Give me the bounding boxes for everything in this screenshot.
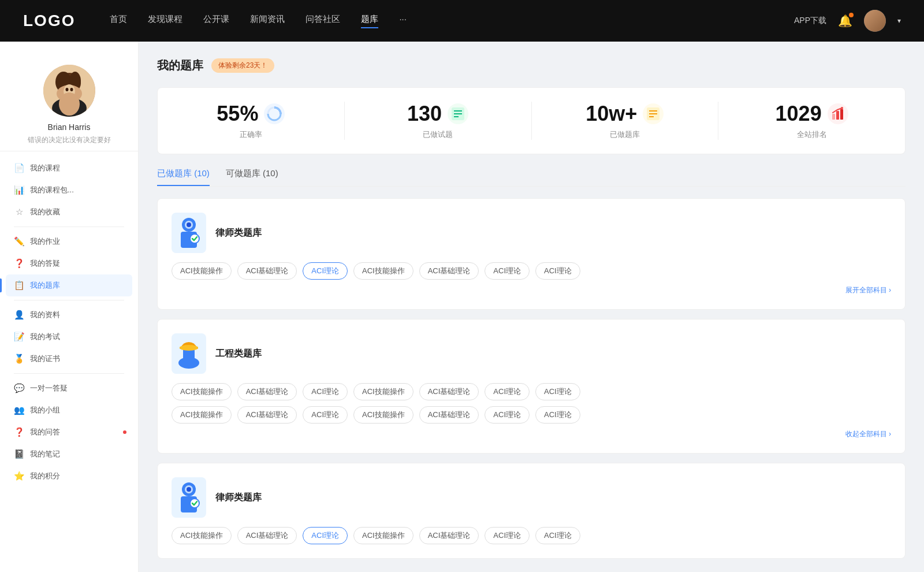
package-icon: 📊: [14, 185, 24, 195]
tag-5-bank1[interactable]: ACI理论: [485, 262, 530, 280]
tag-2-bank3[interactable]: ACI理论: [303, 527, 348, 544]
eng-tag-2[interactable]: ACI理论: [303, 383, 348, 400]
tag-5-bank3[interactable]: ACI理论: [485, 527, 530, 544]
navbar-links: 首页 发现课程 公开课 新闻资讯 问答社区 题库 ···: [110, 14, 771, 28]
eng-tag-5[interactable]: ACI理论: [485, 383, 530, 400]
tag-4-bank3[interactable]: ACI基础理论: [419, 527, 479, 544]
menu-my-profile[interactable]: 👤 我的资料: [6, 304, 132, 326]
tag-3-bank3[interactable]: ACI技能操作: [353, 527, 413, 544]
tag-3-bank1[interactable]: ACI技能操作: [353, 262, 413, 280]
tag-4-bank1[interactable]: ACI基础理论: [419, 262, 479, 280]
favorites-icon: ☆: [14, 207, 24, 217]
stat-accuracy-top: 55%: [217, 102, 285, 126]
nav-discover[interactable]: 发现课程: [148, 14, 182, 28]
tag-1-bank1[interactable]: ACI基础理论: [237, 262, 297, 280]
lawyer-svg: [175, 217, 203, 249]
avatar[interactable]: [864, 10, 886, 32]
eng-tag2-0[interactable]: ACI技能操作: [172, 406, 232, 424]
menu-label-my-package: 我的课程包...: [30, 185, 74, 195]
qa-icon: ❓: [14, 258, 24, 269]
rank-icon: [828, 103, 848, 124]
app-download-btn[interactable]: APP下载: [794, 16, 826, 26]
menu-my-course[interactable]: 📄 我的课程: [6, 157, 132, 179]
tabs-row: 已做题库 (10) 可做题库 (10): [157, 168, 906, 187]
eng-tag-3[interactable]: ACI技能操作: [353, 383, 413, 400]
menu-label-cert: 我的证书: [30, 354, 60, 364]
bank-card-lawyer-1: 律师类题库 ACI技能操作 ACI基础理论 ACI理论 ACI技能操作 ACI基…: [157, 198, 906, 310]
menu-my-package[interactable]: 📊 我的课程包...: [6, 179, 132, 201]
eng-tag-4[interactable]: ACI基础理论: [419, 383, 479, 400]
eng-tag-0[interactable]: ACI技能操作: [172, 383, 232, 400]
nav-more[interactable]: ···: [399, 14, 407, 28]
stat-banks-value: 10w+: [586, 102, 637, 126]
bank-card-engineer: 工程类题库 ACI技能操作 ACI基础理论 ACI理论 ACI技能操作 ACI基…: [157, 319, 906, 454]
menu-my-exam[interactable]: 📝 我的考试: [6, 326, 132, 348]
bank-card-header-2: 工程类题库: [172, 333, 891, 374]
notification-bell[interactable]: 🔔: [838, 14, 852, 28]
eng-tag2-6[interactable]: ACI理论: [535, 406, 580, 424]
eng-tag-6[interactable]: ACI理论: [535, 383, 580, 400]
menu-label-profile: 我的资料: [30, 310, 60, 320]
tab-available[interactable]: 可做题库 (10): [226, 168, 278, 186]
stat-done-label: 已做试题: [423, 129, 453, 140]
pie-chart-icon: [267, 106, 282, 121]
menu-label-qa: 我的答疑: [30, 258, 60, 269]
tag-0-bank1[interactable]: ACI技能操作: [172, 262, 232, 280]
nav-news[interactable]: 新闻资讯: [250, 14, 285, 28]
menu-my-qa[interactable]: ❓ 我的答疑: [6, 252, 132, 274]
lawyer-svg-2: [175, 481, 203, 514]
eng-tag2-3[interactable]: ACI技能操作: [353, 406, 413, 424]
tag-6-bank3[interactable]: ACI理论: [535, 527, 580, 544]
accuracy-icon: [264, 103, 285, 124]
menu-label-one-on-one: 一对一答疑: [30, 383, 68, 393]
avatar-svg: [43, 65, 95, 117]
menu-label-notes: 我的笔记: [30, 449, 60, 459]
menu-my-favorites[interactable]: ☆ 我的收藏: [6, 201, 132, 223]
menu-my-points[interactable]: ⭐ 我的积分: [6, 465, 132, 487]
stat-done-questions: 130 已做试题: [345, 102, 532, 140]
cert-icon: 🏅: [14, 354, 24, 364]
eng-tag2-5[interactable]: ACI理论: [485, 406, 530, 424]
sidebar-menu: 📄 我的课程 📊 我的课程包... ☆ 我的收藏 ✏️ 我的作业 ❓ 我的答疑 …: [0, 157, 138, 487]
stats-row: 55% 正确率 130: [157, 87, 906, 154]
tab-done[interactable]: 已做题库 (10): [157, 168, 210, 186]
expand-link-engineer[interactable]: 收起全部科目 ›: [172, 429, 891, 439]
stat-accuracy: 55% 正确率: [158, 102, 345, 140]
navbar-right: APP下载 🔔 ▾: [794, 10, 901, 32]
bar-chart-icon: [830, 106, 846, 122]
tag-6-bank1[interactable]: ACI理论: [535, 262, 580, 280]
nav-home[interactable]: 首页: [110, 14, 127, 28]
menu-my-homework[interactable]: ✏️ 我的作业: [6, 231, 132, 252]
stat-rank-top: 1029: [776, 102, 848, 126]
profile-icon: 👤: [14, 310, 24, 320]
menu-my-notes[interactable]: 📓 我的笔记: [6, 443, 132, 465]
tag-2-bank1[interactable]: ACI理论: [303, 262, 348, 280]
tag-1-bank3[interactable]: ACI基础理论: [237, 527, 297, 544]
stat-banks-top: 10w+: [586, 102, 664, 126]
eng-tag-1[interactable]: ACI基础理论: [237, 383, 297, 400]
tags-row-engineer-1: ACI技能操作 ACI基础理论 ACI理论 ACI技能操作 ACI基础理论 AC…: [172, 383, 891, 400]
user-dropdown-arrow[interactable]: ▾: [897, 17, 901, 25]
nav-open-course[interactable]: 公开课: [203, 14, 229, 28]
homework-icon: ✏️: [14, 236, 24, 247]
eng-tag2-2[interactable]: ACI理论: [303, 406, 348, 424]
eng-tag2-1[interactable]: ACI基础理论: [237, 406, 297, 424]
menu-my-bank[interactable]: 📋 我的题库: [6, 274, 132, 296]
done-questions-icon: [448, 103, 468, 124]
menu-one-on-one[interactable]: 💬 一对一答疑: [6, 377, 132, 399]
menu-my-questions[interactable]: ❓ 我的问答: [6, 421, 132, 443]
sidebar-divider-1: [14, 226, 124, 227]
stat-banks-label: 已做题库: [610, 129, 640, 140]
bank-title-engineer: 工程类题库: [215, 348, 262, 360]
svg-point-7: [65, 88, 68, 91]
eng-tag2-4[interactable]: ACI基础理论: [419, 406, 479, 424]
nav-bank[interactable]: 题库: [361, 14, 378, 28]
nav-qa[interactable]: 问答社区: [305, 14, 340, 28]
expand-link-bank1[interactable]: 展开全部科目 ›: [172, 285, 891, 295]
stat-rank-value: 1029: [776, 102, 822, 126]
menu-my-cert[interactable]: 🏅 我的证书: [6, 348, 132, 370]
profile-name: Brian Harris: [48, 122, 91, 132]
sidebar-divider-3: [14, 373, 124, 374]
menu-my-group[interactable]: 👥 我的小组: [6, 399, 132, 421]
tag-0-bank3[interactable]: ACI技能操作: [172, 527, 232, 544]
